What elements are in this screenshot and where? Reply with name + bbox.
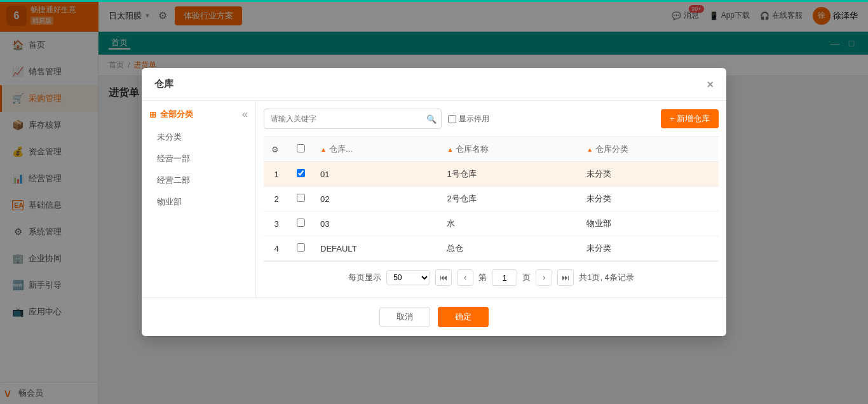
row-check[interactable] [297, 243, 305, 252]
table-row[interactable]: 3 03 水 物业部 [264, 212, 719, 236]
th-name: ▲仓库名称 [439, 137, 579, 162]
row-checkbox[interactable] [289, 212, 313, 236]
row-code: 02 [313, 187, 439, 212]
show-disabled-text: 显示停用 [459, 114, 489, 125]
last-page-button[interactable]: ⏭ [557, 269, 574, 286]
modal-footer: 取消 确定 [142, 297, 726, 336]
pagination-bar: 每页显示 50 10 20 100 ⏮ ‹ 第 页 › ⏭ 共1页, 4条记录 [264, 261, 719, 290]
category-item-property[interactable]: 物业部 [142, 191, 255, 213]
category-panel: ⊞ 全部分类 « 未分类 经营一部 经营二部 物业部 [142, 101, 256, 297]
row-check[interactable] [297, 194, 305, 202]
row-index: 4 [264, 236, 289, 261]
row-name: 2号仓库 [439, 187, 579, 212]
table-row[interactable]: 4 DEFAULT 总仓 未分类 [264, 236, 719, 261]
add-warehouse-button[interactable]: + 新增仓库 [661, 109, 719, 128]
page-unit: 页 [522, 272, 531, 283]
search-input[interactable] [264, 109, 442, 129]
search-wrap: 🔍 [264, 109, 442, 129]
modal-overlay[interactable]: 仓库 × ⊞ 全部分类 « 未分类 经营一部 经营二部 物业部 [0, 0, 868, 404]
row-index: 2 [264, 187, 289, 212]
total-info: 共1页, 4条记录 [579, 272, 634, 283]
row-code: DEFAULT [313, 236, 439, 261]
table-toolbar: 🔍 显示停用 + 新增仓库 [264, 109, 719, 129]
warehouse-modal: 仓库 × ⊞ 全部分类 « 未分类 经营一部 经营二部 物业部 [142, 68, 726, 336]
row-category: 物业部 [579, 212, 719, 236]
row-name: 总仓 [439, 236, 579, 261]
table-row[interactable]: 1 01 1号仓库 未分类 [264, 162, 719, 187]
modal-header: 仓库 × [142, 68, 726, 101]
per-page-label: 每页显示 [348, 272, 381, 283]
warehouse-table: ⚙ ▲仓库... ▲仓库名称 [264, 137, 719, 261]
row-code: 01 [313, 162, 439, 187]
show-disabled-checkbox[interactable] [448, 115, 456, 123]
th-category: ▲仓库分类 [579, 137, 719, 162]
collapse-icon[interactable]: « [242, 109, 248, 120]
th-checkbox [289, 137, 313, 162]
row-category: 未分类 [579, 187, 719, 212]
th-code: ▲仓库... [313, 137, 439, 162]
row-check[interactable] [297, 169, 305, 177]
grid-icon: ⊞ [149, 110, 156, 119]
row-category: 未分类 [579, 162, 719, 187]
sort-icon-name: ▲ [447, 146, 453, 153]
prev-page-button[interactable]: ‹ [457, 269, 473, 286]
category-item-unclassified[interactable]: 未分类 [142, 126, 255, 148]
per-page-select[interactable]: 50 10 20 100 [386, 270, 430, 285]
show-disabled-label[interactable]: 显示停用 [448, 114, 489, 125]
th-settings: ⚙ [264, 137, 289, 162]
row-category: 未分类 [579, 236, 719, 261]
close-icon[interactable]: × [707, 79, 714, 90]
category-header: ⊞ 全部分类 « [142, 109, 255, 126]
row-index: 3 [264, 212, 289, 236]
select-all-checkbox[interactable] [297, 144, 305, 152]
table-scroll-area: ⚙ ▲仓库... ▲仓库名称 [264, 137, 719, 261]
table-panel: 🔍 显示停用 + 新增仓库 ⚙ [256, 101, 726, 297]
table-row[interactable]: 2 02 2号仓库 未分类 [264, 187, 719, 212]
category-item-ops2[interactable]: 经营二部 [142, 170, 255, 191]
row-check[interactable] [297, 219, 305, 227]
modal-body: ⊞ 全部分类 « 未分类 经营一部 经营二部 物业部 🔍 [142, 101, 726, 297]
modal-title: 仓库 [154, 78, 173, 90]
row-checkbox[interactable] [289, 187, 313, 212]
first-page-button[interactable]: ⏮ [435, 269, 452, 286]
category-item-ops1[interactable]: 经营一部 [142, 148, 255, 170]
row-checkbox[interactable] [289, 162, 313, 187]
category-all-item[interactable]: ⊞ 全部分类 [149, 109, 193, 120]
row-name: 1号仓库 [439, 162, 579, 187]
row-checkbox[interactable] [289, 236, 313, 261]
cancel-button[interactable]: 取消 [379, 307, 430, 327]
row-name: 水 [439, 212, 579, 236]
search-icon[interactable]: 🔍 [426, 114, 437, 124]
next-page-button[interactable]: › [536, 269, 552, 286]
row-code: 03 [313, 212, 439, 236]
page-number-input[interactable] [492, 269, 517, 286]
page-label: 第 [478, 272, 487, 283]
sort-icon: ▲ [320, 146, 327, 153]
sort-icon-cat: ▲ [587, 146, 593, 153]
row-index: 1 [264, 162, 289, 187]
category-all-label: 全部分类 [160, 109, 193, 120]
confirm-button[interactable]: 确定 [438, 307, 489, 327]
